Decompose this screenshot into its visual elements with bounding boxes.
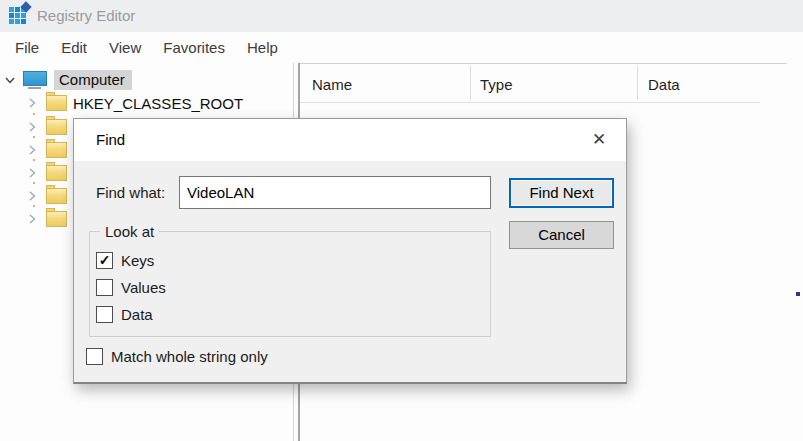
tree-row-folder[interactable] [26, 116, 67, 138]
column-header-name[interactable]: Name [312, 76, 352, 93]
tree-label-computer[interactable]: Computer [54, 70, 132, 90]
tree-line-dot [33, 182, 35, 184]
menu-edit[interactable]: Edit [50, 34, 98, 61]
menu-bar: File Edit View Favorites Help [0, 32, 803, 62]
folder-icon [46, 188, 67, 204]
computer-icon [23, 71, 47, 89]
find-next-button[interactable]: Find Next [509, 178, 614, 208]
checkbox-keys-label: Keys [121, 252, 154, 269]
list-header-top-line [300, 63, 787, 64]
tree-line-dot [33, 113, 35, 115]
checkbox-match-whole-string-box[interactable] [86, 348, 103, 365]
folder-icon [46, 211, 67, 227]
checkbox-data-label: Data [121, 306, 153, 323]
menu-file[interactable]: File [4, 34, 50, 61]
find-dialog-title: Find [96, 131, 125, 148]
menu-help[interactable]: Help [236, 34, 289, 61]
chevron-right-icon[interactable] [26, 121, 38, 133]
tree-row-computer[interactable]: Computer [4, 69, 132, 91]
chevron-down-icon[interactable] [4, 74, 16, 86]
find-what-label: Find what: [96, 184, 165, 201]
column-header-type[interactable]: Type [480, 76, 513, 93]
registry-editor-icon [9, 5, 29, 25]
cancel-button[interactable]: Cancel [509, 221, 614, 249]
checkbox-keys-box[interactable]: ✓ [96, 252, 113, 269]
tree-row-folder[interactable] [26, 139, 67, 161]
title-bar: Registry Editor [0, 0, 803, 32]
tree-line-dot [33, 136, 35, 138]
list-header-bottom-line [300, 102, 760, 103]
checkbox-match-whole-string-label: Match whole string only [111, 348, 268, 365]
chevron-right-icon[interactable] [26, 144, 38, 156]
tree-row-folder[interactable] [26, 185, 67, 207]
menu-view[interactable]: View [98, 34, 152, 61]
folder-icon [46, 95, 67, 111]
chevron-right-icon[interactable] [26, 190, 38, 202]
column-separator[interactable] [470, 66, 471, 100]
find-what-input[interactable] [179, 176, 491, 209]
tree-line-dot [33, 159, 35, 161]
tree-label-hkey-classes-root[interactable]: HKEY_CLASSES_ROOT [67, 95, 243, 112]
checkbox-data[interactable]: Data [96, 306, 153, 323]
chevron-right-icon[interactable] [26, 167, 38, 179]
checkbox-values-box[interactable] [96, 279, 113, 296]
checkbox-data-box[interactable] [96, 306, 113, 323]
find-dialog-title-bar[interactable]: Find ✕ [74, 119, 626, 161]
chevron-right-icon[interactable] [26, 213, 38, 225]
menu-favorites[interactable]: Favorites [152, 34, 236, 61]
checkbox-values[interactable]: Values [96, 279, 166, 296]
column-separator[interactable] [637, 66, 638, 100]
close-icon[interactable]: ✕ [586, 128, 612, 152]
folder-icon [46, 142, 67, 158]
checkbox-match-whole-string[interactable]: Match whole string only [86, 348, 268, 365]
folder-icon [46, 119, 67, 135]
checkbox-values-label: Values [121, 279, 166, 296]
tree-row-folder[interactable] [26, 208, 67, 230]
checkbox-keys[interactable]: ✓ Keys [96, 252, 154, 269]
column-header-data[interactable]: Data [648, 76, 680, 93]
tree-line-dot [33, 205, 35, 207]
window-title: Registry Editor [37, 7, 135, 24]
chevron-right-icon[interactable] [26, 97, 38, 109]
tree-row-hkey-classes-root[interactable]: HKEY_CLASSES_ROOT [26, 92, 243, 114]
find-dialog: Find ✕ Find what: Find Next Cancel Look … [73, 118, 627, 384]
look-at-group-label: Look at [100, 223, 159, 240]
tree-row-folder[interactable] [26, 162, 67, 184]
folder-icon [46, 165, 67, 181]
stray-cursor-dot [796, 292, 800, 296]
